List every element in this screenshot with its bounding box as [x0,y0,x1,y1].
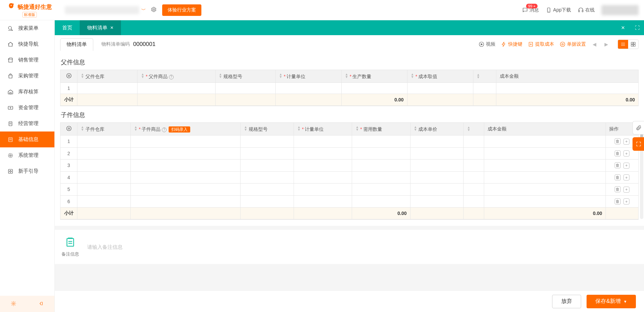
online-label: 在线 [585,7,595,13]
app-download-link[interactable]: App下载 [546,7,571,13]
svg-point-1 [153,9,155,10]
messages-badge: 99 + [526,4,538,8]
top-bar: 畅捷通好生意 标准版 ﹀ 体验行业方案 消息 99 + App下载 在线 [0,0,644,20]
user-info-blurred[interactable] [601,5,639,15]
online-support-link[interactable]: 在线 [578,7,595,13]
messages-link[interactable]: 消息 99 + [522,7,539,13]
top-right-tools: 消息 99 + App下载 在线 [522,5,639,15]
org-dropdown-icon[interactable]: ﹀ [141,7,146,13]
svg-point-0 [12,3,14,5]
logo-block: 畅捷通好生意 标准版 [4,2,55,18]
brand-logo-icon [7,2,16,11]
headset-icon [578,7,584,13]
svg-rect-5 [582,10,583,12]
brand-name: 畅捷通好生意 [18,3,52,11]
org-name-blurred [65,6,139,14]
org-settings-icon[interactable] [151,6,157,14]
phone-icon [546,7,552,13]
svg-rect-4 [578,10,579,12]
edition-badge: 标准版 [22,12,37,18]
try-industry-button[interactable]: 体验行业方案 [162,4,201,16]
app-download-label: App下载 [553,7,571,13]
